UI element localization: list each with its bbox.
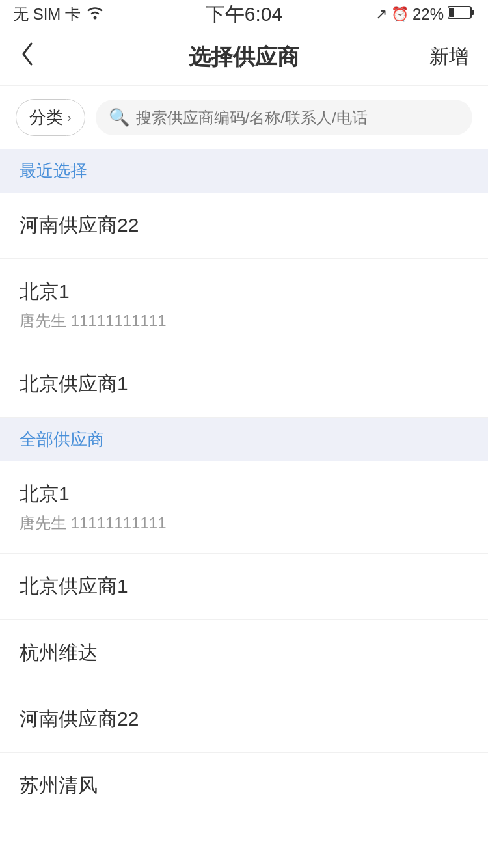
all-section-header: 全部供应商 [0, 418, 488, 461]
alarm-icon: ⏰ [391, 6, 409, 23]
all-list-item[interactable]: 北京1唐先生 11111111111 [0, 461, 488, 554]
item-name: 北京1 [20, 278, 468, 305]
status-bar: 无 SIM 卡 下午6:04 ↗ ⏰ 22% [0, 0, 488, 29]
item-name: 杭州维达 [20, 640, 468, 666]
item-name: 北京供应商1 [20, 371, 468, 398]
recent-list-item[interactable]: 北京供应商1 [0, 351, 488, 418]
search-icon: 🔍 [109, 107, 129, 128]
filter-bar: 分类 › 🔍 [0, 86, 488, 149]
all-list-item[interactable]: 杭州维达 [0, 620, 488, 686]
chevron-right-icon: › [67, 110, 72, 125]
category-button[interactable]: 分类 › [16, 99, 85, 136]
item-name: 苏州清风 [20, 772, 468, 799]
nav-bar: 选择供应商 新增 [0, 29, 488, 86]
status-left: 无 SIM 卡 [13, 4, 104, 25]
category-label: 分类 [29, 106, 63, 129]
battery-icon [448, 5, 475, 23]
recent-section-header: 最近选择 [0, 149, 488, 193]
recent-list-item[interactable]: 北京1唐先生 11111111111 [0, 259, 488, 351]
all-list-item[interactable]: 河南供应商22 [0, 686, 488, 753]
location-icon: ↗ [375, 6, 387, 23]
svg-point-0 [94, 16, 97, 20]
recent-list-item[interactable]: 河南供应商22 [0, 193, 488, 259]
svg-rect-3 [449, 8, 454, 17]
search-input[interactable] [136, 109, 459, 127]
status-right: ↗ ⏰ 22% [375, 5, 475, 23]
battery-text: 22% [413, 5, 444, 23]
item-name: 河南供应商22 [20, 212, 468, 239]
back-button[interactable] [13, 34, 42, 79]
carrier-text: 无 SIM 卡 [13, 4, 81, 25]
recent-items-list: 河南供应商22北京1唐先生 11111111111北京供应商1 [0, 193, 488, 418]
search-box[interactable]: 🔍 [96, 100, 472, 135]
svg-rect-2 [471, 10, 474, 15]
add-button[interactable]: 新增 [429, 44, 468, 70]
recent-section-label: 最近选择 [20, 161, 87, 180]
item-name: 北京1 [20, 481, 468, 508]
item-name: 北京供应商1 [20, 573, 468, 600]
status-time: 下午6:04 [206, 1, 282, 28]
all-items-list: 北京1唐先生 11111111111北京供应商1杭州维达河南供应商22苏州清风 [0, 461, 488, 819]
item-sub: 唐先生 11111111111 [20, 310, 468, 331]
all-list-item[interactable]: 苏州清风 [0, 753, 488, 819]
wifi-icon [86, 5, 104, 23]
all-section-label: 全部供应商 [20, 429, 104, 449]
page-title: 选择供应商 [189, 42, 299, 72]
item-sub: 唐先生 11111111111 [20, 513, 468, 534]
item-name: 河南供应商22 [20, 706, 468, 733]
all-list-item[interactable]: 北京供应商1 [0, 554, 488, 620]
